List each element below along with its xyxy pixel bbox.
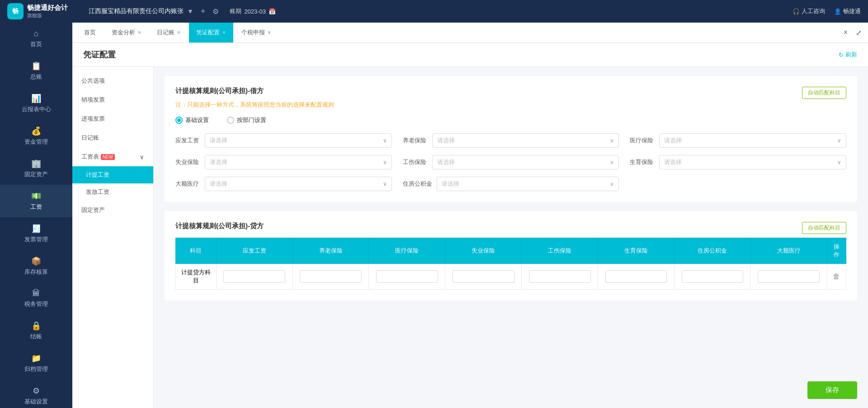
calendar-icon[interactable]: 📅	[269, 8, 276, 15]
user-avatar: 👤	[834, 8, 841, 15]
form-item-empty	[630, 177, 846, 191]
tab-tax-label: 个税申报	[241, 28, 265, 37]
settings-nav-icon: ⚙	[33, 386, 40, 396]
th-subject: 科目	[176, 238, 217, 264]
select-workinjury[interactable]: 请选择 ∨	[432, 155, 619, 169]
input-maternity[interactable]	[605, 270, 667, 283]
tab-capital[interactable]: 资金分析 ×	[104, 23, 149, 42]
label-gross-salary: 应发工资	[175, 136, 200, 145]
settings-icon[interactable]: ⚙	[212, 7, 219, 16]
chevron-down-gross: ∨	[383, 137, 387, 144]
sidebar-item-tax[interactable]: 🏛 税务管理	[0, 282, 72, 314]
sidebar-item-invoice[interactable]: 🧾 发票管理	[0, 217, 72, 250]
sidebar-item-salary[interactable]: 💵 工资	[0, 185, 72, 217]
user-menu[interactable]: 👤 畅捷通	[834, 7, 861, 15]
radio-basic[interactable]: 基础设置	[175, 116, 209, 124]
form-row-3: 大额医疗 请选择 ∨ 住房公积金 请选择 ∨	[175, 177, 846, 191]
tab-controls: × ⤢	[842, 27, 863, 39]
sidebar-item-assets[interactable]: 🏢 固定资产	[0, 152, 72, 185]
sub-item-diary[interactable]: 日记账	[72, 128, 153, 147]
tax-icon: 🏛	[32, 289, 40, 298]
sidebar-item-capital[interactable]: 💰 资金管理	[0, 120, 72, 152]
sidebar-label-inventory: 库存核算	[24, 268, 48, 276]
home-icon: ⌂	[34, 29, 39, 38]
sidebar-label-settings: 基础设置	[24, 398, 48, 406]
select-unemployment[interactable]: 请选择 ∨	[205, 155, 392, 169]
cell-large-medical	[750, 264, 827, 290]
input-housing[interactable]	[682, 270, 744, 283]
select-housing-fund[interactable]: 请选择 ∨	[437, 177, 619, 191]
sidebar-item-archive[interactable]: 📁 归档管理	[0, 347, 72, 380]
sidebar-item-ledger[interactable]: 📋 总账	[0, 55, 72, 87]
company-dropdown-icon[interactable]: ▼	[187, 8, 193, 15]
select-maternity-placeholder: 请选择	[664, 158, 682, 166]
tab-diary-close[interactable]: ×	[177, 29, 180, 36]
tab-capital-close[interactable]: ×	[138, 29, 141, 36]
select-gross-placeholder: 请选择	[210, 136, 227, 145]
input-large-medical[interactable]	[758, 270, 820, 283]
period-value: 2023-03	[244, 8, 266, 15]
period-area: 账期 2023-03 📅	[230, 7, 276, 15]
auto-match-credit-button[interactable]: 自动匹配科目	[802, 222, 846, 234]
expand-button[interactable]: ⤢	[854, 27, 863, 39]
chevron-down-housing: ∨	[610, 181, 614, 187]
sub-item-fixed-assets[interactable]: 固定资产	[72, 201, 153, 220]
save-button[interactable]: 保存	[807, 381, 857, 399]
chevron-down-unemployment: ∨	[383, 159, 387, 165]
input-workinjury[interactable]	[529, 270, 591, 283]
label-workinjury: 工伤保险	[403, 158, 428, 166]
select-gross-salary[interactable]: 请选择 ∨	[205, 133, 392, 148]
refresh-button[interactable]: ↻ 刷新	[839, 51, 857, 59]
close-tab-button[interactable]: ×	[842, 27, 849, 39]
section-debit-title: 计提核算规则(公司承担)-借方	[175, 87, 846, 95]
body-content: 公共选项 销项发票 进项发票 日记账 工资表 NEW ∨ 计提工资 发放工资 固…	[72, 67, 868, 408]
th-medical: 医疗保险	[369, 238, 445, 264]
tab-home[interactable]: 首页	[77, 23, 104, 42]
label-pension: 养老保险	[403, 136, 428, 145]
auto-match-debit-button[interactable]: 自动匹配科目	[802, 87, 846, 99]
tab-voucher[interactable]: 凭证配置 ×	[189, 23, 233, 42]
radio-dept[interactable]: 按部门设置	[227, 116, 266, 124]
sub-item-salary-table[interactable]: 工资表 NEW ∨	[72, 147, 153, 166]
tab-voucher-close[interactable]: ×	[222, 29, 226, 36]
main-panel: 计提核算规则(公司承担)-借方 注：只能选择一种方式，系统将按照您当前的选择来配…	[154, 67, 868, 408]
label-medical: 医疗保险	[630, 136, 655, 145]
tab-diary[interactable]: 日记账 ×	[150, 23, 188, 42]
input-gross[interactable]	[223, 270, 285, 283]
radio-dept-circle	[227, 117, 234, 124]
select-maternity[interactable]: 请选择 ∨	[659, 155, 846, 169]
consultant-button[interactable]: 🎧 人工咨询	[793, 7, 825, 15]
add-account-button[interactable]: +	[201, 7, 206, 16]
sub-item-public[interactable]: 公共选项	[72, 71, 153, 90]
select-medical[interactable]: 请选择 ∨	[659, 133, 846, 148]
input-medical[interactable]	[376, 270, 438, 283]
delete-row-button[interactable]: 🗑	[833, 272, 840, 280]
sidebar-label-invoice: 发票管理	[24, 235, 48, 244]
sidebar-item-reports[interactable]: 📊 云报表中心	[0, 87, 72, 120]
new-badge: NEW	[101, 154, 115, 160]
tab-tax[interactable]: 个税申报 ×	[234, 23, 278, 42]
th-housing: 住房公积金	[674, 238, 750, 264]
input-unemployment[interactable]	[453, 270, 514, 283]
sidebar-label-salary: 工资	[30, 203, 42, 211]
sidebar-label-tax: 税务管理	[24, 300, 48, 308]
sidebar-item-checkout[interactable]: 🔒 结账	[0, 314, 72, 347]
sub-item-calc-salary[interactable]: 计提工资	[72, 166, 153, 183]
th-pension: 养老保险	[292, 238, 369, 264]
tab-tax-close[interactable]: ×	[268, 29, 271, 36]
sub-item-pay-salary[interactable]: 发放工资	[72, 183, 153, 201]
table-header-row: 科目 应发工资 养老保险 医疗保险 失业保险 工伤保险 生育保险 住房公积金 大…	[176, 238, 846, 264]
cell-workinjury	[522, 264, 598, 290]
select-housing-placeholder: 请选择	[442, 180, 459, 188]
sidebar-item-inventory[interactable]: 📦 库存核算	[0, 250, 72, 282]
sub-item-sales[interactable]: 销项发票	[72, 90, 153, 109]
reports-icon: 📊	[31, 94, 41, 103]
select-large-medical[interactable]: 请选择 ∨	[205, 177, 392, 191]
header-company: 江西服宝精品有限责任公司内账张 ▼ + ⚙ 账期 2023-03 📅	[89, 7, 793, 16]
invoice-icon: 🧾	[31, 224, 41, 234]
input-pension[interactable]	[300, 270, 362, 283]
sidebar-item-settings[interactable]: ⚙ 基础设置	[0, 380, 72, 408]
select-pension[interactable]: 请选择 ∨	[432, 133, 619, 148]
sidebar-item-home[interactable]: ⌂ 首页	[0, 23, 72, 55]
sub-item-purchase[interactable]: 进项发票	[72, 109, 153, 128]
